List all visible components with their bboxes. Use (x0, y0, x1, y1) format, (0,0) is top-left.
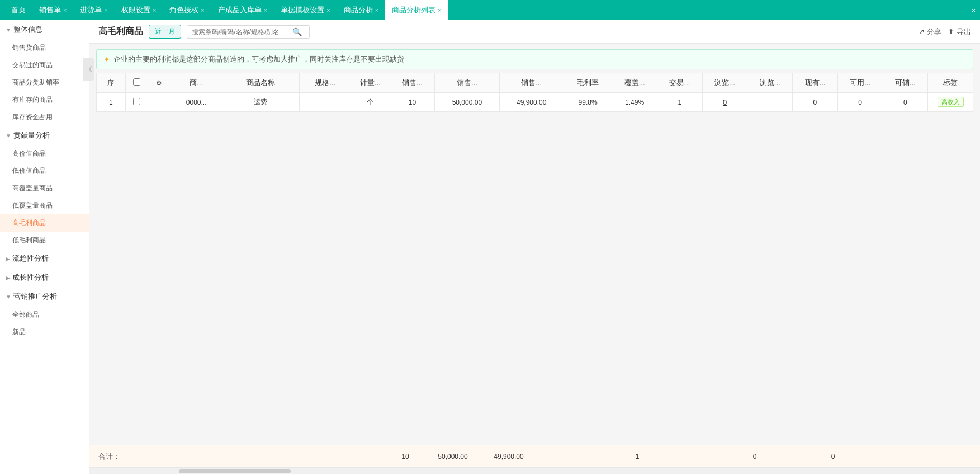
col-header-seq: 序 (97, 73, 126, 93)
cell-stock2: 0 (837, 93, 883, 112)
col-header-sale-cost[interactable]: 销售... (499, 73, 564, 93)
sidebar-item-high-value[interactable]: 高价值商品 (0, 145, 89, 162)
col-header-unit[interactable]: 计量... (351, 73, 390, 93)
content-header: 高毛利商品 近一月 🔍 ↗ 分享 ⬆ 导出 (89, 20, 980, 44)
nav-permission[interactable]: 权限设置 × (115, 0, 163, 20)
main-layout: ▼ 整体信息 销售货商品 交易过的商品 商品分类助销率 有库存的商品 库存资金占… (0, 20, 980, 474)
sidebar-item-sales-goods[interactable]: 销售货商品 (0, 39, 89, 57)
hint-text: 企业的主要的利润都是这部分商品创造的，可考虑加大推广，同时关注库存是不要出现缺货 (113, 54, 404, 64)
col-header-browse1[interactable]: 浏览... (702, 73, 747, 93)
sidebar-item-stock-capital[interactable]: 库存资金占用 (0, 109, 89, 126)
browse1-link[interactable]: 0 (723, 98, 727, 106)
search-icon[interactable]: 🔍 (292, 27, 302, 36)
hint-icon: ✦ (103, 55, 110, 64)
cell-seq: 1 (97, 93, 126, 112)
nav-product-inbound-close[interactable]: × (264, 7, 267, 13)
col-header-spec[interactable]: 规格... (300, 73, 351, 93)
cell-browse2 (747, 93, 793, 112)
footer-sale-amt: 50,000.00 (425, 453, 481, 461)
time-filter-recent-month[interactable]: 近一月 (149, 25, 181, 39)
sidebar-section-contribution[interactable]: ▼ 贡献量分析 (0, 126, 89, 145)
nav-goods-analysis[interactable]: 商品分析 × (337, 0, 385, 20)
col-header-code[interactable]: 商... (171, 73, 222, 93)
nav-template-close[interactable]: × (326, 7, 330, 13)
col-header-sellable[interactable]: 可销... (883, 73, 928, 93)
select-all-checkbox[interactable] (133, 78, 140, 86)
col-header-cover[interactable]: 覆盖... (612, 73, 657, 93)
sidebar-collapse-btn[interactable]: 《 (83, 58, 94, 81)
sidebar-section-growth[interactable]: ▶ 成长性分析 (0, 268, 89, 287)
page-title: 高毛利商品 (98, 26, 143, 37)
header-right: ↗ 分享 ⬆ 导出 (919, 27, 971, 37)
bottom-scrollbar[interactable] (89, 467, 980, 474)
sidebar-item-low-value[interactable]: 低价值商品 (0, 162, 89, 180)
hint-bar: ✦ 企业的主要的利润都是这部分商品创造的，可考虑加大推广，同时关注库存是不要出现… (96, 49, 973, 69)
footer-stock1: 0 (735, 453, 774, 461)
cell-gross-rate: 99.8% (564, 93, 612, 112)
nav-goods-analysis-list[interactable]: 商品分析列表 × (385, 0, 448, 20)
sidebar-item-all-goods[interactable]: 全部商品 (0, 306, 89, 323)
nav-purchase[interactable]: 进货单 × (73, 0, 114, 20)
content-area: 高毛利商品 近一月 🔍 ↗ 分享 ⬆ 导出 ✦ 企业的 (89, 20, 980, 474)
col-header-tag[interactable]: 标签 (928, 73, 973, 93)
search-input[interactable] (192, 28, 292, 36)
col-header-name[interactable]: 商品名称 (222, 73, 299, 93)
tag-badge: 高收入 (938, 97, 964, 107)
footer-summary: 合计： 10 50,000.00 49,900.00 1 0 (89, 445, 980, 467)
sidebar-item-low-margin[interactable]: 低毛利商品 (0, 232, 89, 249)
export-button[interactable]: ⬆ 导出 (948, 27, 971, 37)
share-icon: ↗ (919, 27, 925, 36)
col-header-sale-amt[interactable]: 销售... (435, 73, 499, 93)
cell-name: 运费 (222, 93, 299, 112)
sidebar-item-in-stock[interactable]: 有库存的商品 (0, 91, 89, 109)
sidebar-item-new-goods[interactable]: 新品 (0, 323, 89, 341)
section-label-contribution: 贡献量分析 (13, 130, 50, 140)
row-checkbox[interactable] (133, 98, 140, 105)
cell-sale-cost: 49,900.00 (499, 93, 564, 112)
footer-sellable: 0 (813, 453, 853, 461)
nav-role-close[interactable]: × (201, 7, 204, 13)
cell-sellable: 0 (883, 93, 928, 112)
nav-goods-analysis-list-close[interactable]: × (438, 7, 441, 13)
nav-goods-analysis-close[interactable]: × (375, 7, 378, 13)
sidebar-item-high-cover[interactable]: 高覆盖量商品 (0, 180, 89, 197)
cell-cover: 1.49% (612, 93, 657, 112)
section-label-flow: 流趋性分析 (12, 254, 49, 264)
sidebar-section-marketing[interactable]: ▼ 营销推广分析 (0, 287, 89, 306)
sidebar-item-traded-goods[interactable]: 交易过的商品 (0, 57, 89, 74)
section-arrow-contribution: ▼ (6, 133, 11, 139)
nav-purchase-close[interactable]: × (104, 7, 107, 13)
col-header-browse2[interactable]: 浏览... (747, 73, 793, 93)
sidebar-item-high-margin[interactable]: 高毛利商品 (0, 214, 89, 232)
nav-home[interactable]: 首页 (4, 0, 32, 20)
nav-product-inbound[interactable]: 产成品入库单 × (211, 0, 274, 20)
col-header-settings[interactable]: ⚙ (148, 73, 171, 93)
nav-sales-close[interactable]: × (63, 7, 67, 13)
sidebar-item-classify-rate[interactable]: 商品分类助销率 (0, 74, 89, 91)
sidebar-item-low-cover[interactable]: 低覆盖量商品 (0, 197, 89, 214)
nav-template[interactable]: 单据模板设置 × (274, 0, 337, 20)
cell-spec (300, 93, 351, 112)
cell-browse1[interactable]: 0 (702, 93, 747, 112)
share-button[interactable]: ↗ 分享 (919, 27, 941, 37)
window-close-btn[interactable]: × (971, 6, 976, 15)
col-header-trade[interactable]: 交易... (657, 73, 702, 93)
col-header-gross-rate[interactable]: 毛利率 (564, 73, 612, 93)
col-header-stock1[interactable]: 现有... (793, 73, 838, 93)
sidebar-section-overall[interactable]: ▼ 整体信息 (0, 20, 89, 39)
scrollbar-thumb[interactable] (179, 469, 291, 473)
col-header-sale-qty[interactable]: 销售... (390, 73, 435, 93)
section-label-marketing: 营销推广分析 (13, 292, 57, 302)
col-header-check[interactable] (125, 73, 148, 93)
cell-check[interactable] (125, 93, 148, 112)
sidebar-section-flow[interactable]: ▶ 流趋性分析 (0, 249, 89, 268)
section-arrow-flow: ▶ (6, 256, 10, 262)
table-row: 1 0000... 运费 个 10 50,000.00 49,900.00 99… (97, 93, 973, 112)
nav-permission-close[interactable]: × (153, 7, 156, 13)
nav-sales[interactable]: 销售单 × (32, 0, 73, 20)
data-table: 序 ⚙ 商... 商品名称 规格... 计量... 销售... 销售... 销售… (96, 73, 973, 112)
table-container[interactable]: 序 ⚙ 商... 商品名称 规格... 计量... 销售... 销售... 销售… (89, 73, 980, 445)
col-header-stock2[interactable]: 可用... (837, 73, 883, 93)
nav-role[interactable]: 角色授权 × (163, 0, 211, 20)
cell-unit: 个 (351, 93, 390, 112)
